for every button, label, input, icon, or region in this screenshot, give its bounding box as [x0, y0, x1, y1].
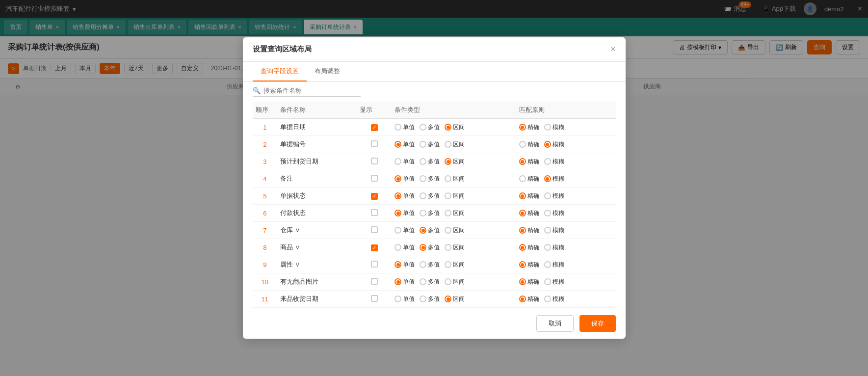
modal-header: 设置查询区域布局 × [243, 37, 626, 62]
settings-modal: 设置查询区域布局 × 查询字段设置 布局调整 🔍 顺序 条件名称 显示 条件类型 [243, 37, 626, 95]
search-icon: 🔍 [253, 87, 261, 94]
modal-tab-fields[interactable]: 查询字段设置 [253, 62, 307, 81]
search-box: 🔍 [253, 87, 361, 95]
modal-close-btn[interactable]: × [610, 44, 616, 54]
modal-title: 设置查询区域布局 [253, 45, 312, 54]
modal-overlay: 设置查询区域布局 × 查询字段设置 布局调整 🔍 顺序 条件名称 显示 条件类型 [0, 0, 868, 95]
modal-tab-layout[interactable]: 布局调整 [307, 62, 348, 81]
search-input[interactable] [263, 87, 357, 94]
modal-tabs: 查询字段设置 布局调整 [243, 62, 626, 82]
